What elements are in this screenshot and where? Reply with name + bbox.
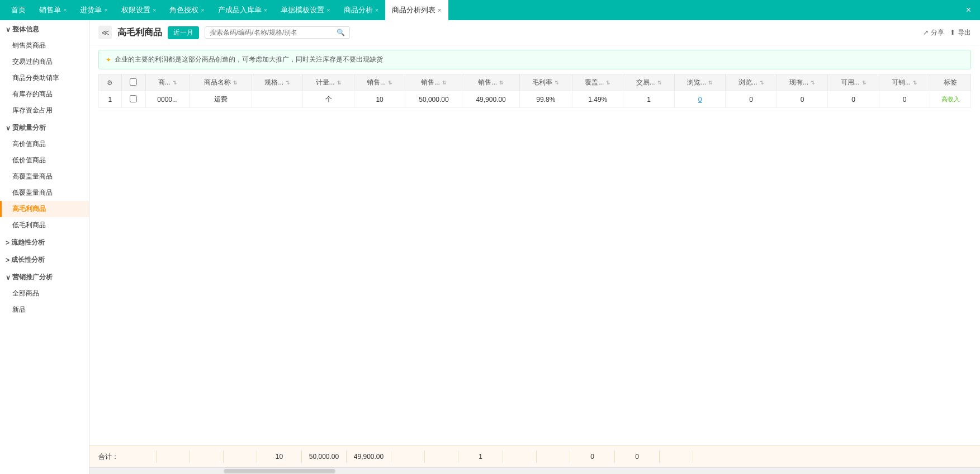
sidebar-section-0[interactable]: ∨ 整体信息 [0,20,89,37]
footer-cell-2 [190,450,224,463]
row-views1-link[interactable]: 0 [698,96,702,104]
sort-icon-5[interactable]: ⇅ [337,80,342,86]
col-header-16[interactable]: 可销...⇅ [879,74,930,91]
search-input[interactable] [210,29,334,36]
sidebar-item-1-5[interactable]: 低毛利商品 [0,217,89,233]
nav-item-3[interactable]: 权限设置× [115,0,163,20]
sort-icon-14[interactable]: ⇅ [811,80,815,86]
settings-icon[interactable]: ⚙ [107,79,113,87]
col-header-2[interactable]: 商...⇅ [146,74,190,91]
col-label-5: 计量... [316,78,335,87]
main-layout: ∨ 整体信息销售类商品交易过的商品商品分类助销率有库存的商品库存资金占用∨ 贡献… [0,20,980,474]
close-all-button[interactable]: × [962,5,976,15]
nav-close-5[interactable]: × [264,7,267,13]
nav-close-7[interactable]: × [375,7,378,13]
nav-close-1[interactable]: × [63,7,67,13]
nav-close-2[interactable]: × [104,7,107,13]
select-all-checkbox[interactable] [130,78,137,86]
col-header-14[interactable]: 现有...⇅ [777,74,827,91]
sidebar-item-1-4[interactable]: 高毛利商品 [0,201,89,217]
col-header-9[interactable]: 毛利率⇅ [519,74,572,91]
app-container: 首页销售单×进货单×权限设置×角色授权×产成品入库单×单据模板设置×商品分析×商… [0,0,980,474]
sidebar-section-2[interactable]: > 流趋性分析 [0,233,89,251]
nav-item-1[interactable]: 销售单× [32,0,73,20]
footer-cell-4: 10 [257,450,302,463]
sidebar-item-1-1[interactable]: 低价值商品 [0,152,89,168]
col-header-8[interactable]: 销售...⇅ [462,74,519,91]
sort-icon-15[interactable]: ⇅ [862,80,867,86]
sort-icon-12[interactable]: ⇅ [708,80,713,86]
col-header-10[interactable]: 覆盖...⇅ [572,74,623,91]
sidebar-item-1-0[interactable]: 高价值商品 [0,136,89,152]
info-icon: ✦ [106,56,111,64]
nav-item-8[interactable]: 商品分析列表× [385,0,448,20]
nav-item-5[interactable]: 产成品入库单× [211,0,274,20]
scrollbar-area[interactable] [89,467,980,474]
sort-icon-13[interactable]: ⇅ [760,80,764,86]
footer-summary: 合计： 1050,000.0049,900.00100 [89,445,980,467]
nav-close-3[interactable]: × [153,7,156,13]
sort-icon-10[interactable]: ⇅ [606,80,610,86]
sidebar-section-4[interactable]: ∨ 营销推广分析 [0,268,89,285]
row-check[interactable] [130,95,137,102]
collapse-sidebar-button[interactable]: ≪ [98,26,112,39]
row-available: 0 [828,91,879,108]
sidebar-item-0-3[interactable]: 有库存的商品 [0,86,89,102]
sort-icon-2[interactable]: ⇅ [173,80,177,86]
search-box: 🔍 [205,26,350,39]
sort-icon-4[interactable]: ⇅ [286,80,290,86]
filter-recent-button[interactable]: 近一月 [168,26,199,39]
sort-icon-3[interactable]: ⇅ [233,80,238,86]
sort-icon-11[interactable]: ⇅ [657,80,662,86]
search-icon[interactable]: 🔍 [337,29,345,36]
sort-icon-7[interactable]: ⇅ [442,80,447,86]
table-row: 10000...运费个1050,000.0049,900.0099.8%1.49… [99,91,971,108]
table-body: 10000...运费个1050,000.0049,900.0099.8%1.49… [99,91,971,108]
sort-icon-9[interactable]: ⇅ [555,80,559,86]
horizontal-scrollbar[interactable] [224,469,335,473]
col-label-9: 毛利率 [532,78,552,87]
section-arrow-4: ∨ [6,274,11,281]
col-header-4[interactable]: 规格...⇅ [252,74,302,91]
nav-item-6[interactable]: 单据模板设置× [274,0,337,20]
sort-icon-16[interactable]: ⇅ [913,80,917,86]
sidebar-item-0-2[interactable]: 商品分类助销率 [0,70,89,86]
sort-icon-6[interactable]: ⇅ [388,80,392,86]
footer-cell-12: 0 [570,450,615,463]
top-nav: 首页销售单×进货单×权限设置×角色授权×产成品入库单×单据模板设置×商品分析×商… [0,0,980,20]
nav-close-4[interactable]: × [201,7,204,13]
row-gross-rate: 99.8% [519,91,572,108]
sidebar-item-0-1[interactable]: 交易过的商品 [0,54,89,70]
nav-item-2[interactable]: 进货单× [73,0,114,20]
nav-item-0[interactable]: 首页 [4,0,32,20]
data-table: ⚙商...⇅商品名称⇅规格...⇅计量...⇅销售...⇅销售...⇅销售...… [98,74,971,108]
col-header-3[interactable]: 商品名称⇅ [190,74,252,91]
col-header-15[interactable]: 可用...⇅ [828,74,879,91]
col-header-5[interactable]: 计量...⇅ [303,74,354,91]
col-header-0: ⚙ [99,74,122,91]
export-button[interactable]: ⬆ 导出 [950,28,971,37]
nav-item-7[interactable]: 商品分析× [337,0,385,20]
share-button[interactable]: ↗ 分享 [923,28,944,37]
col-header-7[interactable]: 销售...⇅ [405,74,462,91]
nav-item-4[interactable]: 角色授权× [163,0,211,20]
col-header-12[interactable]: 浏览...⇅ [674,74,725,91]
sidebar-item-4-0[interactable]: 全部商品 [0,285,89,302]
col-header-17: 标签 [930,74,971,91]
sidebar-item-1-2[interactable]: 高覆盖量商品 [0,168,89,185]
nav-close-6[interactable]: × [326,7,330,13]
col-header-13[interactable]: 浏览...⇅ [726,74,777,91]
sidebar-item-0-0[interactable]: 销售类商品 [0,37,89,54]
col-header-6[interactable]: 销售...⇅ [354,74,405,91]
nav-close-8[interactable]: × [438,7,441,13]
footer-cell-13: 0 [615,450,660,463]
section-arrow-2: > [6,239,10,247]
sidebar-item-4-1[interactable]: 新品 [0,302,89,318]
sidebar-item-1-3[interactable]: 低覆盖量商品 [0,185,89,201]
sort-icon-8[interactable]: ⇅ [499,80,504,86]
content-header: ≪ 高毛利商品 近一月 🔍 ↗ 分享 ⬆ 导出 [89,20,980,45]
sidebar-section-3[interactable]: > 成长性分析 [0,251,89,268]
col-header-11[interactable]: 交易...⇅ [623,74,674,91]
sidebar-section-1[interactable]: ∨ 贡献量分析 [0,119,89,136]
sidebar-item-0-4[interactable]: 库存资金占用 [0,102,89,119]
